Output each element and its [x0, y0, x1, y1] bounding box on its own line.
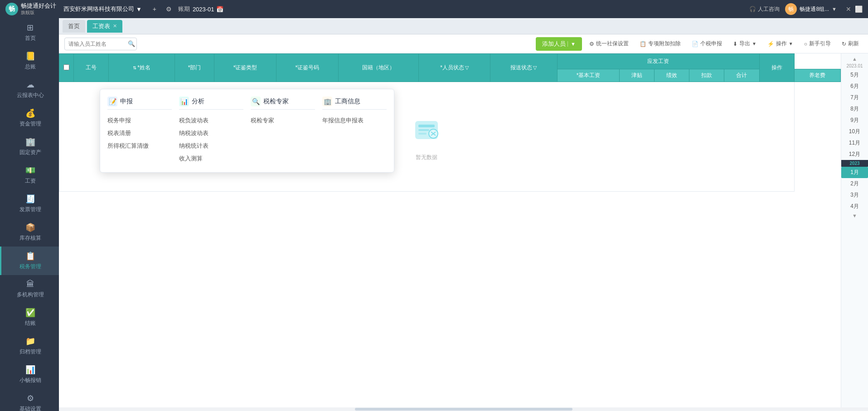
- th-salary-group: 应发工资: [558, 54, 760, 69]
- calendar-month-5[interactable]: 5月: [841, 69, 868, 81]
- calendar-month-10[interactable]: 10月: [841, 126, 868, 137]
- refresh-label: 刷新: [848, 40, 859, 48]
- th-performance: 绩效: [655, 69, 689, 82]
- calendar-month-8[interactable]: 8月: [841, 103, 868, 115]
- sidebar-item-ledger[interactable]: 📒 总账: [0, 47, 59, 75]
- calendar-year-prev: 2023.01: [841, 63, 868, 69]
- menu-section-declare: 📝 申报 税务申报 税表清册 所得税汇算清缴: [107, 97, 172, 165]
- calendar-month-11[interactable]: 11月: [841, 137, 868, 149]
- th-allowance: 津贴: [619, 69, 654, 82]
- th-report-status: 报送状态 ▽: [490, 54, 557, 82]
- sidebar-item-assets[interactable]: 🏢 固定资产: [0, 132, 59, 161]
- salary-icon: 💵: [25, 165, 35, 175]
- sidebar-item-basic[interactable]: ⚙ 基础设置: [0, 389, 59, 411]
- sidebar-label-home: 首页: [25, 34, 36, 42]
- sidebar-item-tax[interactable]: 📋 税务管理: [0, 247, 59, 275]
- close-window-icon[interactable]: ✕: [846, 5, 851, 13]
- calendar-month-12[interactable]: 12月: [841, 149, 868, 160]
- tab-home[interactable]: 首页: [63, 20, 85, 33]
- sidebar-label-salary: 工资: [25, 177, 36, 185]
- user-button[interactable]: 畅 畅捷通8组... ▼: [785, 3, 837, 15]
- sidebar-item-fund[interactable]: 💰 资金管理: [0, 104, 59, 132]
- settle-icon: ✅: [25, 308, 35, 318]
- assets-icon: 🏢: [25, 137, 35, 147]
- add-button[interactable]: +: [149, 4, 160, 15]
- maximize-window-icon[interactable]: ⬜: [855, 5, 863, 13]
- sidebar-label-settle: 结账: [25, 319, 36, 327]
- period-calendar-icon[interactable]: 📅: [216, 6, 223, 13]
- add-person-button[interactable]: 添加人员 ▼: [536, 37, 582, 51]
- th-ops: 操作: [759, 54, 794, 82]
- calendar-nav-up[interactable]: ▲: [852, 55, 857, 63]
- th-checkbox[interactable]: [59, 54, 74, 82]
- menu-section-analysis: 📊 分析 税负波动表 纳税波动表 纳税统计表 收入测算: [179, 97, 243, 165]
- menu-item-tax-expert[interactable]: 税检专家: [251, 114, 315, 127]
- sidebar-item-home[interactable]: ⊞ 首页: [0, 18, 59, 47]
- sidebar-item-cloud[interactable]: ☁ 云报表中心: [0, 75, 59, 104]
- sidebar-label-report: 小畅报销: [19, 377, 41, 384]
- tax-declare-button[interactable]: 📄 个税申报: [688, 38, 726, 50]
- svg-rect-3: [418, 133, 427, 135]
- calendar-month-2[interactable]: 2月: [841, 178, 868, 189]
- sidebar-label-basic: 基础设置: [19, 405, 41, 411]
- menu-item-annual-report[interactable]: 年报信息申报表: [322, 114, 387, 127]
- settings-button[interactable]: ⚙: [164, 4, 175, 15]
- empty-text: 暂无数据: [416, 154, 437, 161]
- sidebar-label-multi: 多机构管理: [17, 291, 44, 299]
- menu-section-expert: 🔍 税检专家 税检专家: [251, 97, 315, 165]
- help-button[interactable]: 🎧 人工咨询: [749, 5, 780, 13]
- search-icon[interactable]: 🔍: [128, 40, 135, 47]
- export-button[interactable]: ⬇ 导出 ▼: [729, 38, 760, 50]
- company-selector[interactable]: 西安虾米网络科技有限公司 ▼: [63, 5, 142, 13]
- menu-item-tax-burden[interactable]: 税负波动表: [179, 114, 243, 127]
- logo-icon: 畅: [5, 3, 18, 15]
- select-all-checkbox[interactable]: [63, 64, 69, 70]
- special-deduct-button[interactable]: 📋 专项附加扣除: [636, 38, 684, 50]
- top-bar-right: 🎧 人工咨询 畅 畅捷通8组... ▼ ✕ ⬜: [749, 3, 863, 15]
- report-filter-icon[interactable]: ▽: [533, 65, 537, 71]
- sidebar-item-settle[interactable]: ✅ 结账: [0, 303, 59, 332]
- scroll-thumb[interactable]: [355, 408, 572, 411]
- search-input[interactable]: [64, 38, 137, 50]
- th-name: ⇅ *姓名: [109, 54, 175, 82]
- sidebar-label-fund: 资金管理: [19, 120, 41, 128]
- tab-salary-table[interactable]: 工资表 ✕: [87, 20, 122, 33]
- top-bar: 畅 畅捷通好会计 旗舰版 西安虾米网络科技有限公司 ▼ + ⚙ 账期 2023-…: [0, 0, 868, 18]
- guide-button[interactable]: ○ 新手引导: [800, 38, 834, 50]
- calendar-nav-down[interactable]: ▼: [852, 212, 857, 219]
- calendar-month-9[interactable]: 9月: [841, 115, 868, 126]
- section-expert-title: 🔍 税检专家: [251, 97, 315, 110]
- social-security-button[interactable]: ⚙ 统一社保设置: [586, 38, 632, 50]
- status-filter-icon[interactable]: ▽: [465, 65, 469, 71]
- sidebar-label-cloud: 云报表中心: [17, 92, 44, 99]
- refresh-button[interactable]: ↻ 刷新: [838, 38, 863, 50]
- menu-item-income-tax[interactable]: 所得税汇算清缴: [107, 140, 172, 152]
- calendar-month-1[interactable]: 1月: [841, 167, 868, 178]
- th-status: *人员状态 ▽: [419, 54, 490, 82]
- calendar-month-6[interactable]: 6月: [841, 81, 868, 92]
- export-label: 导出: [739, 40, 750, 48]
- dropdown-menu[interactable]: 📝 申报 税务申报 税表清册 所得税汇算清缴 📊 分析: [100, 89, 394, 173]
- tab-close-icon[interactable]: ✕: [113, 23, 117, 29]
- sidebar-item-archive[interactable]: 📁 归档管理: [0, 332, 59, 360]
- sidebar-item-multi[interactable]: 🏛 多机构管理: [0, 275, 59, 303]
- calendar-month-3[interactable]: 3月: [841, 189, 868, 201]
- sidebar-item-inventory[interactable]: 📦 库存核算: [0, 218, 59, 247]
- menu-item-income-calc[interactable]: 收入测算: [179, 152, 243, 165]
- calendar-month-4[interactable]: 4月: [841, 201, 868, 212]
- menu-item-tax-declare[interactable]: 税务申报: [107, 114, 172, 127]
- toolbar-right: 添加人员 ▼ ⚙ 统一社保设置 📋 专项附加扣除 📄 个税申报 ⬇ 导: [536, 37, 863, 51]
- menu-item-tax-stat[interactable]: 纳税统计表: [179, 140, 243, 152]
- multi-icon: 🏛: [26, 280, 34, 289]
- basic-icon: ⚙: [27, 393, 34, 403]
- sidebar-label-ledger: 总账: [25, 63, 36, 71]
- sidebar-item-salary[interactable]: 💵 工资: [0, 161, 59, 189]
- th-emp-no: 工号: [74, 54, 109, 82]
- sidebar-item-report[interactable]: 📊 小畅报销: [0, 360, 59, 389]
- operate-button[interactable]: ⚡ 操作 ▼: [764, 38, 797, 50]
- calendar-month-7[interactable]: 7月: [841, 92, 868, 103]
- menu-item-tax-payment[interactable]: 纳税波动表: [179, 127, 243, 140]
- menu-item-tax-form[interactable]: 税表清册: [107, 127, 172, 140]
- sidebar-item-invoice[interactable]: 🧾 发票管理: [0, 189, 59, 218]
- period-value[interactable]: 2023-01: [193, 6, 214, 13]
